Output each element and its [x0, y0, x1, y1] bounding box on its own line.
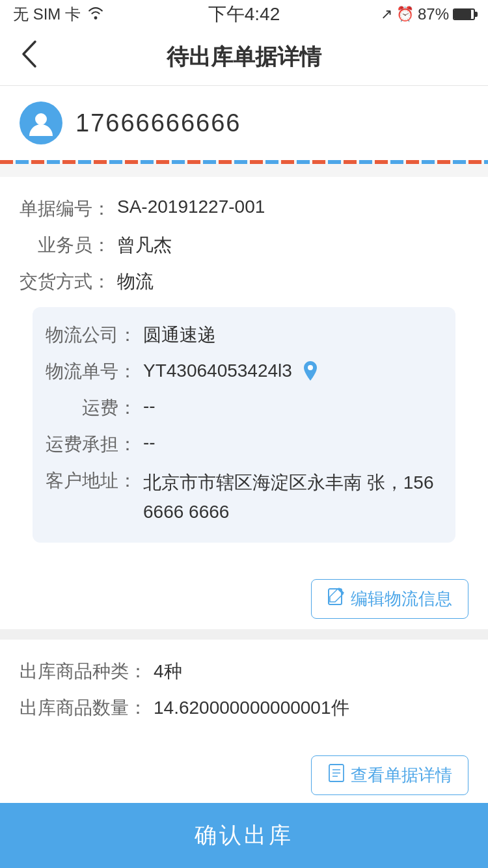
freight-bearer-label: 运费承担： [46, 432, 137, 457]
carrier-label: 无 SIM 卡 [13, 4, 81, 25]
map-pin-icon[interactable] [299, 359, 322, 383]
wifi-icon [86, 5, 105, 23]
status-time: 下午4:42 [208, 2, 280, 27]
address-label: 客户地址： [46, 468, 137, 493]
status-bar: 无 SIM 卡 下午4:42 ↗ ⏰ 87% [0, 0, 488, 29]
freight-row: 运费： -- [46, 396, 442, 420]
edit-logistics-button[interactable]: 编辑物流信息 [311, 579, 468, 619]
battery-icon [453, 8, 475, 20]
agent-row: 业务员： 曾凡杰 [20, 233, 468, 258]
header-card: 17666666666 [0, 86, 488, 160]
edit-icon [327, 588, 346, 610]
goods-section: 出库商品种类： 4种 出库商品数量： 14.620000000000001件 [0, 640, 488, 745]
agent-label: 业务员： [20, 233, 111, 258]
agent-value: 曾凡杰 [117, 233, 468, 258]
goods-types-row: 出库商品种类： 4种 [20, 659, 468, 684]
logistics-company-value: 圆通速递 [143, 323, 442, 347]
location-icon: ↗ [381, 6, 392, 23]
goods-quantity-label: 出库商品数量： [20, 696, 147, 720]
address-row: 客户地址： 北京市市辖区海淀区永丰南 张，156 6666 6666 [46, 468, 442, 527]
section-divider [0, 629, 488, 640]
goods-quantity-value: 14.620000000000001件 [154, 696, 349, 720]
nav-bar: 待出库单据详情 [0, 29, 488, 86]
tracking-number-value: YT43064053424l3 [143, 359, 442, 383]
goods-types-value: 4种 [154, 659, 182, 684]
back-button[interactable] [20, 39, 38, 75]
tracking-number-label: 物流单号： [46, 359, 137, 384]
status-right: ↗ ⏰ 87% [381, 5, 475, 23]
bottom-confirm-area: 确认出库 [0, 803, 488, 868]
phone-number: 17666666666 [75, 109, 241, 137]
dashed-divider [0, 160, 488, 164]
goods-quantity-row: 出库商品数量： 14.620000000000001件 [20, 696, 468, 720]
edit-btn-area: 编辑物流信息 [0, 569, 488, 629]
freight-bearer-row: 运费承担： -- [46, 432, 442, 457]
goods-types-label: 出库商品种类： [20, 659, 147, 684]
view-detail-button[interactable]: 查看单据详情 [311, 755, 468, 795]
address-value: 北京市市辖区海淀区永丰南 张，156 6666 6666 [143, 468, 442, 527]
logistics-company-row: 物流公司： 圆通速递 [46, 323, 442, 347]
freight-value: -- [143, 396, 442, 416]
delivery-label: 交货方式： [20, 269, 111, 294]
battery-label: 87% [418, 5, 449, 23]
order-number-row: 单据编号： SA-20191227-001 [20, 197, 468, 221]
order-number-label: 单据编号： [20, 197, 111, 221]
delivery-value: 物流 [117, 269, 468, 294]
edit-logistics-label: 编辑物流信息 [351, 588, 452, 610]
confirm-outbound-button[interactable]: 确认出库 [195, 821, 293, 850]
view-detail-label: 查看单据详情 [351, 764, 452, 787]
alarm-icon: ⏰ [396, 6, 414, 23]
freight-bearer-value: -- [143, 432, 442, 453]
document-icon [327, 764, 346, 787]
delivery-row: 交货方式： 物流 [20, 269, 468, 294]
tracking-number-row: 物流单号： YT43064053424l3 [46, 359, 442, 384]
logistics-company-label: 物流公司： [46, 323, 137, 347]
avatar [20, 102, 62, 144]
page-title: 待出库单据详情 [167, 42, 321, 72]
order-info-section: 单据编号： SA-20191227-001 业务员： 曾凡杰 交货方式： 物流 … [0, 177, 488, 569]
freight-label: 运费： [46, 396, 137, 420]
logistics-card: 物流公司： 圆通速递 物流单号： YT43064053424l3 运费： [33, 307, 455, 543]
svg-point-1 [308, 365, 313, 370]
svg-point-0 [35, 113, 47, 125]
status-left: 无 SIM 卡 [13, 4, 105, 25]
order-number-value: SA-20191227-001 [117, 197, 468, 217]
